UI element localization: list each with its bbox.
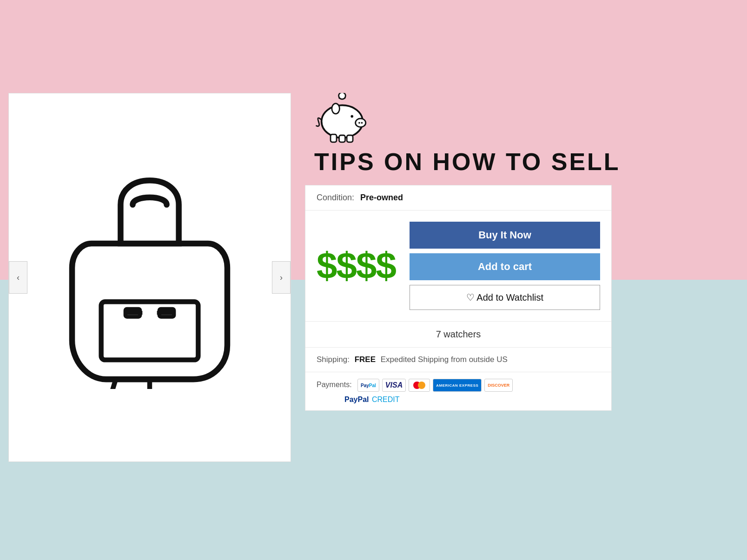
- shipping-row: Shipping: FREE Expedited Shipping from o…: [305, 348, 611, 372]
- prev-image-button[interactable]: ‹: [9, 261, 27, 294]
- brand-header: TIPS ON HOW TO SELL: [305, 93, 621, 176]
- svg-point-10: [356, 119, 366, 127]
- discover-icon: DISCOVER: [484, 379, 513, 392]
- svg-point-12: [361, 122, 363, 124]
- next-image-button[interactable]: ›: [272, 261, 291, 294]
- payments-icons-row: Payments: PayPal VISA AMERICAN EXPR: [317, 379, 600, 392]
- svg-rect-16: [339, 135, 345, 142]
- page-wrapper: ‹ ›: [0, 0, 747, 560]
- shipping-free: FREE: [355, 355, 376, 364]
- add-to-watchlist-button[interactable]: ♡ Add to Watchlist: [410, 285, 600, 310]
- condition-label: Condition:: [317, 193, 354, 202]
- payments-label: Payments:: [317, 381, 352, 389]
- product-image-container: ‹ ›: [8, 93, 291, 462]
- svg-rect-17: [347, 135, 353, 142]
- svg-rect-0: [101, 302, 198, 360]
- price-display: $$$$: [317, 244, 396, 287]
- product-card: Condition: Pre-owned $$$$ Buy It Now Add…: [305, 185, 612, 411]
- piggy-icon: [314, 93, 370, 144]
- payment-icons: PayPal VISA AMERICAN EXPRESS DISCOVER: [357, 379, 513, 392]
- shipping-description: Expedited Shipping from outside US: [381, 355, 508, 364]
- amex-icon: AMERICAN EXPRESS: [433, 379, 482, 392]
- right-panel: TIPS ON HOW TO SELL Condition: Pre-owned…: [305, 93, 747, 411]
- payments-row: Payments: PayPal VISA AMERICAN EXPR: [305, 372, 611, 410]
- paypal-credit-logo: PayPal CREDIT: [344, 395, 400, 403]
- shipping-label: Shipping:: [317, 355, 350, 364]
- svg-point-14: [332, 104, 340, 114]
- condition-value: Pre-owned: [360, 193, 403, 202]
- condition-row: Condition: Pre-owned: [305, 185, 611, 211]
- paypal-credit-row: PayPal CREDIT: [344, 395, 600, 404]
- action-buttons: Buy It Now Add to cart ♡ Add to Watchlis…: [410, 222, 600, 310]
- price-actions-row: $$$$ Buy It Now Add to cart ♡ Add to Wat…: [305, 211, 611, 322]
- buy-now-button[interactable]: Buy It Now: [410, 222, 600, 249]
- add-to-cart-button[interactable]: Add to cart: [410, 253, 600, 280]
- visa-icon: VISA: [382, 379, 406, 392]
- mastercard-icon: [409, 379, 430, 392]
- svg-point-13: [350, 115, 353, 118]
- paypal-icon: PayPal: [357, 379, 379, 392]
- svg-point-8: [339, 93, 346, 99]
- watchers-count: 7 watchers: [436, 329, 481, 340]
- watchers-row: 7 watchers: [305, 322, 611, 348]
- svg-point-11: [358, 122, 360, 124]
- brand-title: TIPS ON HOW TO SELL: [314, 148, 621, 176]
- backpack-image: [52, 166, 247, 389]
- svg-rect-15: [331, 134, 337, 142]
